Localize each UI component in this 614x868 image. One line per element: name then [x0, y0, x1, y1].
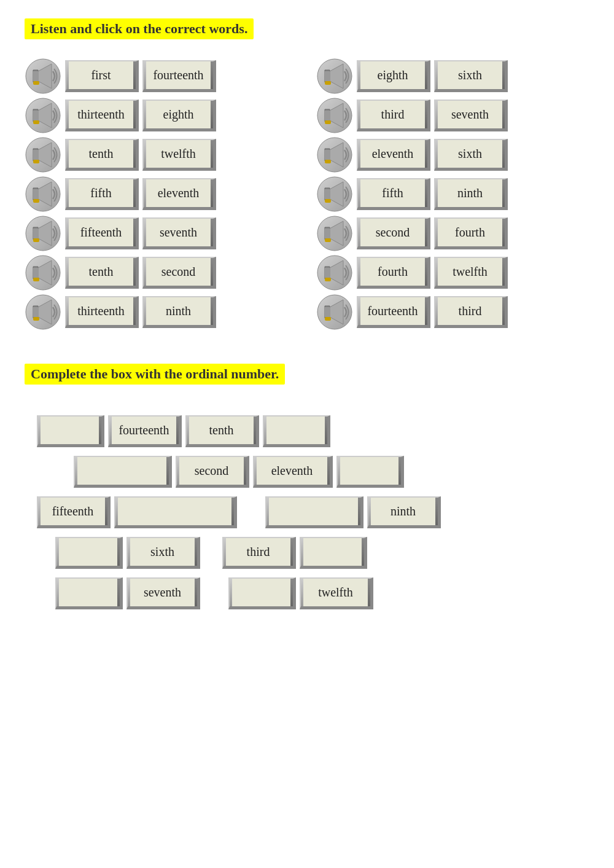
svg-rect-53	[325, 189, 330, 199]
word-button[interactable]: tenth	[185, 415, 259, 447]
speaker-icon[interactable]	[316, 254, 353, 291]
word-button[interactable]: ninth	[142, 296, 216, 328]
svg-rect-3	[33, 71, 38, 81]
empty-box[interactable]	[336, 456, 404, 488]
svg-rect-64	[325, 278, 331, 281]
word-button[interactable]: tenth	[65, 257, 139, 289]
listen-row: thirteenth eighth	[25, 97, 298, 134]
speaker-icon[interactable]	[25, 136, 61, 173]
complete-row-1: fourteenth tenth	[37, 415, 330, 447]
svg-rect-58	[325, 229, 330, 238]
empty-box[interactable]	[55, 537, 123, 569]
listen-row: third seventh	[316, 97, 589, 134]
svg-rect-14	[33, 160, 39, 163]
svg-rect-23	[33, 229, 38, 238]
speaker-icon[interactable]	[316, 58, 353, 95]
word-button[interactable]: sixth	[434, 139, 508, 171]
word-button[interactable]: seventh	[126, 577, 200, 609]
complete-row-4: sixth third	[55, 537, 367, 569]
svg-rect-54	[325, 199, 331, 203]
svg-rect-9	[33, 120, 39, 124]
empty-box[interactable]	[37, 415, 104, 447]
word-button[interactable]: fifth	[357, 178, 430, 210]
speaker-icon[interactable]	[25, 294, 61, 330]
word-button[interactable]: eleventh	[142, 178, 216, 210]
speaker-icon[interactable]	[316, 97, 353, 134]
speaker-icon[interactable]	[25, 215, 61, 252]
word-button[interactable]: second	[176, 456, 249, 488]
listen-row: fifth eleventh	[25, 176, 298, 213]
speaker-icon[interactable]	[316, 136, 353, 173]
word-button[interactable]: eighth	[357, 60, 430, 92]
word-button[interactable]: third	[357, 100, 430, 131]
speaker-icon[interactable]	[25, 254, 61, 291]
listen-row: fifteenth seventh	[25, 215, 298, 252]
svg-rect-68	[325, 307, 330, 317]
word-button[interactable]: first	[65, 60, 139, 92]
speaker-icon[interactable]	[25, 176, 61, 213]
svg-rect-4	[33, 81, 39, 85]
word-button[interactable]: seventh	[434, 100, 508, 131]
svg-rect-39	[325, 81, 331, 85]
empty-box[interactable]	[263, 415, 330, 447]
word-button[interactable]: seventh	[142, 217, 216, 249]
word-button[interactable]: eleventh	[357, 139, 430, 171]
speaker-icon[interactable]	[25, 97, 61, 134]
word-button[interactable]: ninth	[367, 496, 441, 528]
word-button[interactable]: thirteenth	[65, 100, 139, 131]
word-button[interactable]: eighth	[142, 100, 216, 131]
svg-rect-29	[33, 278, 39, 281]
speaker-icon[interactable]	[316, 215, 353, 252]
word-button[interactable]: twelfth	[434, 257, 508, 289]
empty-box[interactable]	[300, 537, 367, 569]
svg-rect-24	[33, 238, 39, 242]
speaker-icon[interactable]	[316, 176, 353, 213]
word-button[interactable]: second	[357, 217, 430, 249]
right-column: eighth sixth third seventh	[316, 58, 589, 333]
word-button[interactable]: fifth	[65, 178, 139, 210]
speaker-icon[interactable]	[25, 58, 61, 95]
word-button[interactable]: sixth	[434, 60, 508, 92]
word-button[interactable]: fifteenth	[65, 217, 139, 249]
svg-rect-69	[325, 317, 331, 321]
listen-row: fourteenth third	[316, 294, 589, 330]
listen-row: eighth sixth	[316, 58, 589, 95]
empty-box[interactable]	[265, 496, 363, 528]
word-button[interactable]: sixth	[126, 537, 200, 569]
svg-rect-63	[325, 268, 330, 278]
word-button[interactable]: fifteenth	[37, 496, 111, 528]
word-button[interactable]: second	[142, 257, 216, 289]
word-button[interactable]: ninth	[434, 178, 508, 210]
word-button[interactable]: fourteenth	[357, 296, 430, 328]
listen-row: tenth twelfth	[25, 136, 298, 173]
empty-box[interactable]	[55, 577, 123, 609]
word-button[interactable]: twelfth	[300, 577, 373, 609]
word-button[interactable]: eleventh	[253, 456, 333, 488]
svg-rect-19	[33, 199, 39, 203]
listen-row: second fourth	[316, 215, 589, 252]
complete-section: Complete the box with the ordinal number…	[25, 364, 589, 609]
word-button[interactable]: twelfth	[142, 139, 216, 171]
complete-row-3: fifteenth ninth	[37, 496, 441, 528]
svg-rect-33	[33, 307, 38, 317]
listen-section: Listen and click on the correct words.	[25, 18, 589, 333]
complete-grid: fourteenth tenth second eleventh fifteen…	[25, 415, 589, 609]
word-button[interactable]: fourth	[357, 257, 430, 289]
svg-rect-59	[325, 238, 331, 242]
word-button[interactable]: third	[434, 296, 508, 328]
word-button[interactable]: tenth	[65, 139, 139, 171]
word-button[interactable]: fourteenth	[108, 415, 182, 447]
speaker-icon[interactable]	[316, 294, 353, 330]
empty-box[interactable]	[74, 456, 172, 488]
empty-box[interactable]	[114, 496, 237, 528]
listen-row: first fourteenth	[25, 58, 298, 95]
empty-box[interactable]	[228, 577, 296, 609]
complete-row-5: seventh twelfth	[55, 577, 373, 609]
word-button[interactable]: thirteenth	[65, 296, 139, 328]
listen-row: fifth ninth	[316, 176, 589, 213]
word-button[interactable]: third	[222, 537, 296, 569]
listen-row: eleventh sixth	[316, 136, 589, 173]
word-button[interactable]: fourteenth	[142, 60, 216, 92]
left-column: first fourteenth thirteenth eighth	[25, 58, 298, 333]
word-button[interactable]: fourth	[434, 217, 508, 249]
